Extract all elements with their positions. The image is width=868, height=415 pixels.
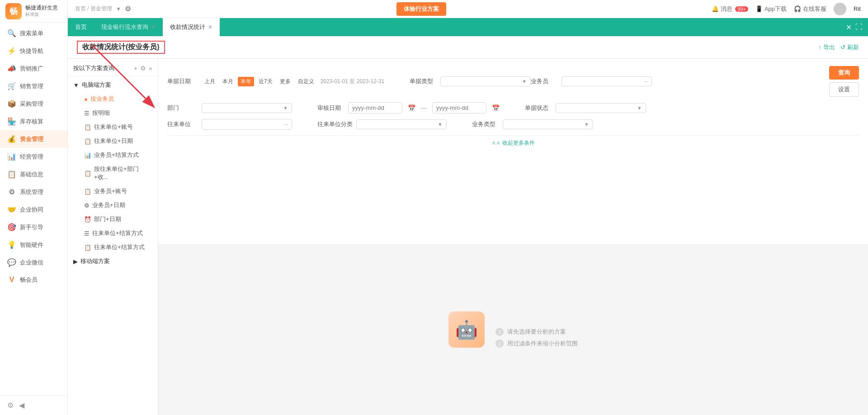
scheme-settings-icon[interactable]: ⚙: [140, 65, 146, 72]
header-settings-icon[interactable]: ⚙: [125, 5, 131, 13]
tab-bar-right: ✕ ⛶: [840, 23, 868, 32]
sidebar-item-label: 畅会员: [20, 276, 38, 284]
doc-type-select[interactable]: ▼: [440, 76, 531, 86]
scheme-add-icon[interactable]: +: [134, 65, 137, 72]
scheme-group-mobile[interactable]: ▶ 移动端方案: [68, 255, 158, 268]
tab-maximize-icon[interactable]: ⛶: [855, 23, 863, 31]
edition-badge: 标准版: [25, 11, 58, 18]
filter-row-partner: 往来单位 ··· 往来单位分类 ▼ 业务类型: [167, 119, 859, 130]
calendar-icon-2[interactable]: 📅: [492, 104, 500, 112]
tab-home[interactable]: 首页: [68, 23, 94, 31]
scheme-item-partner-account[interactable]: 📋 往来单位+账号: [79, 120, 156, 134]
scheme-item-salesperson-date[interactable]: ⚙ 业务员+日期: [79, 198, 156, 212]
calendar-icon-1[interactable]: 📅: [408, 104, 415, 112]
sidebar-item-guide[interactable]: 🎯 新手引导: [0, 218, 67, 236]
export-button[interactable]: ↑ 导出: [819, 43, 835, 52]
date-btn-this-year[interactable]: 本年: [238, 77, 254, 86]
main-area: 首页 / 资金管理 ▼ ⚙ 体验行业方案 🔔 消息 99+ 📱 App下载 🎧 …: [68, 0, 868, 415]
tab-bank-flow[interactable]: 现金银行流水查询 ✕: [94, 18, 163, 36]
sidebar-item-member[interactable]: V 畅会员: [0, 271, 67, 288]
smart-hw-icon: 💡: [7, 241, 16, 249]
scheme-item-by-salesperson[interactable]: ● 按业务员: [79, 92, 156, 106]
refresh-icon: ↺: [840, 44, 845, 51]
scheme-item-partner-dept[interactable]: 📋 按往来单位+部门+收...: [79, 162, 156, 184]
tab-collection-stat[interactable]: 收款情况统计 ✕: [163, 18, 220, 36]
doc-status-select[interactable]: ▼: [556, 103, 646, 113]
trial-button[interactable]: 体验行业方案: [396, 2, 446, 16]
sidebar-item-label: 经营管理: [20, 153, 43, 161]
tab-collection-stat-close-icon[interactable]: ✕: [208, 24, 212, 30]
dept-select[interactable]: ▼: [202, 103, 292, 113]
collapse-bar[interactable]: ∧∧ 收起更多条件: [167, 135, 859, 151]
header-right: 🔔 消息 99+ 📱 App下载 🎧 在线客服 Rit: [712, 3, 861, 15]
scheme-panel: 按以下方案查询 + ⚙ « ▼ 电脑端方案 ● 按业务员: [68, 59, 158, 415]
sidebar-item-system[interactable]: ⚙ 系统管理: [0, 183, 67, 201]
sidebar-item-operations[interactable]: 📊 经营管理: [0, 148, 67, 165]
audit-date-end-input[interactable]: [432, 102, 486, 113]
refresh-button[interactable]: ↺ 刷新: [840, 43, 859, 52]
sidebar-item-warehouse[interactable]: 🏪 库存核算: [0, 113, 67, 130]
date-btn-last-month[interactable]: 上月: [202, 77, 218, 86]
filter-row-dept: 部门 ▼ 审核日期 📅 — 📅 单据状态: [167, 102, 859, 113]
empty-tip-1: 1 请先选择要分析的方案: [495, 328, 578, 336]
tab-bank-flow-close-icon[interactable]: ✕: [151, 24, 156, 30]
sidebar-item-label: 企业微信: [20, 259, 43, 267]
sales-icon: 🛒: [7, 82, 16, 90]
sidebar-item-search[interactable]: 🔍 搜索菜单: [0, 24, 67, 42]
partner-select[interactable]: ···: [202, 119, 292, 130]
expand-bottom-icon[interactable]: ◀: [19, 401, 24, 410]
user-name: Rit: [854, 5, 861, 12]
biz-type-label: 业务类型: [472, 120, 499, 128]
messages-button[interactable]: 🔔 消息 99+: [712, 5, 748, 13]
sidebar-item-quick-nav[interactable]: ⚡ 快捷导航: [0, 42, 67, 60]
date-btn-custom[interactable]: 自定义: [295, 77, 317, 86]
scheme-item-partner-settlement1[interactable]: ☰ 往来单位+结算方式: [79, 226, 156, 240]
date-btn-last-7-days[interactable]: 近7天: [256, 77, 275, 86]
messages-badge: 99+: [735, 6, 748, 12]
user-avatar[interactable]: [834, 3, 846, 15]
sidebar-item-finance[interactable]: 💰 资金管理: [0, 130, 67, 148]
sidebar-item-enterprise[interactable]: 🤝 企业协同: [0, 201, 67, 218]
scheme-item-label: 往来单位+结算方式: [94, 243, 145, 251]
tip-text-2: 用过滤条件来缩小分析范围: [507, 340, 578, 348]
scheme-item-dept-date[interactable]: ⏰ 部门+日期: [79, 212, 156, 226]
audit-date-start-input[interactable]: [348, 102, 402, 113]
partner-more-icon: ···: [283, 121, 288, 127]
tab-close-all-icon[interactable]: ✕: [846, 23, 852, 32]
scheme-item-partner-settlement2[interactable]: 📋 往来单位+结算方式: [79, 241, 156, 254]
breadcrumb-dropdown-icon[interactable]: ▼: [116, 6, 121, 12]
audit-date-label: 审核日期: [317, 104, 344, 112]
sidebar-item-wechat[interactable]: 💬 企业微信: [0, 254, 67, 271]
scheme-item-detail[interactable]: ☰ 按明细: [79, 106, 156, 120]
settings-button[interactable]: 设置: [829, 82, 859, 97]
salesperson-select[interactable]: ···: [561, 76, 652, 86]
sidebar-item-smart-hw[interactable]: 💡 智能硬件: [0, 236, 67, 254]
search-icon: 🔍: [7, 29, 16, 38]
sidebar-item-label: 资金管理: [20, 135, 43, 143]
doc-status-label: 单据状态: [525, 104, 552, 112]
member-icon: V: [7, 276, 16, 284]
sidebar-item-basic[interactable]: 📋 基础信息: [0, 165, 67, 183]
app-download-button[interactable]: 📱 App下载: [755, 5, 787, 13]
app-logo-icon: 畅: [5, 3, 22, 19]
sidebar-item-sales[interactable]: 🛒 销售管理: [0, 77, 67, 95]
date-label: 单据日期: [167, 77, 194, 85]
scheme-item-partner-date[interactable]: 📋 往来单位+日期: [79, 134, 156, 148]
query-button[interactable]: 查询: [829, 66, 859, 80]
scheme-item-label: 业务员+账号: [94, 187, 127, 195]
settings-bottom-icon[interactable]: ⚙: [7, 401, 14, 410]
scheme-item-salesperson-settlement[interactable]: 📊 业务员+结算方式: [79, 148, 156, 162]
partner-cat-select[interactable]: ▼: [356, 119, 447, 129]
filter-row-date: 单据日期 上月 本月 本年 近7天 更多 自定义 2023-01-01 至 20…: [167, 66, 859, 97]
date-btn-this-month[interactable]: 本月: [220, 77, 236, 86]
scheme-collapse-icon[interactable]: «: [149, 65, 152, 72]
sidebar-item-purchase[interactable]: 📦 采购管理: [0, 95, 67, 113]
biz-type-select[interactable]: ▼: [503, 119, 593, 129]
date-btn-more[interactable]: 更多: [277, 77, 293, 86]
scheme-group-desktop[interactable]: ▼ 电脑端方案: [68, 78, 158, 92]
right-area: 单据日期 上月 本月 本年 近7天 更多 自定义 2023-01-01 至 20…: [158, 59, 868, 415]
scheme-item-salesperson-account[interactable]: 📋 业务员+账号: [79, 184, 156, 198]
online-service-button[interactable]: 🎧 在线客服: [794, 5, 826, 13]
doc-type-dropdown-icon: ▼: [522, 79, 527, 84]
sidebar-item-marketing[interactable]: 📣 营销推广: [0, 60, 67, 77]
